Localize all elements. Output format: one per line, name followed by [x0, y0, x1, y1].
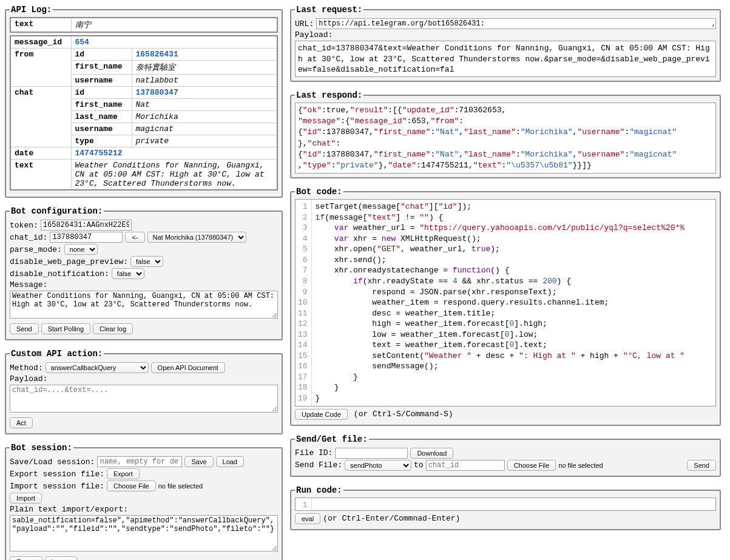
- import-session-button[interactable]: Import: [10, 493, 42, 504]
- run-code-panel: Run code: 1 eval (or Ctrl-Enter/Commnad-…: [290, 485, 721, 530]
- send-file-button[interactable]: Send: [687, 460, 716, 471]
- bot-code-editor[interactable]: 1 2 3 4 5 6 7 8 9 10 11 12 13 14 15 16 1…: [295, 199, 716, 406]
- send-button[interactable]: Send: [10, 323, 39, 334]
- act-button[interactable]: Act: [10, 417, 33, 428]
- eval-hint: (or Ctrl-Enter/Commnad-Enter): [323, 514, 460, 523]
- export-plain-button[interactable]: Export: [10, 556, 42, 560]
- disable-notification-select[interactable]: false: [112, 268, 144, 279]
- chat-select[interactable]: Nat Morichika (137880347): [147, 232, 246, 243]
- save-session-button[interactable]: Save: [184, 456, 213, 467]
- msg-from-key: from: [10, 49, 71, 87]
- req-text-key: text: [10, 18, 71, 32]
- msg-text-val: Weather Conditions for Nanning, Guangxi,…: [71, 160, 277, 191]
- api-payload-textarea[interactable]: [10, 385, 278, 413]
- disable-web-page-preview-select[interactable]: false: [130, 256, 163, 267]
- run-code-editor[interactable]: 1: [295, 498, 716, 511]
- import-plain-button[interactable]: Import: [45, 556, 77, 560]
- api-log-message-table: message_id 654 from id 165826431 first_n…: [10, 35, 278, 191]
- bot-config-title: Bot configuration:: [10, 206, 104, 216]
- last-respond-body[interactable]: {"ok":true,"result":[{"update_id":710362…: [295, 103, 716, 174]
- last-request-url-input[interactable]: [316, 18, 716, 29]
- api-log-title: API Log:: [10, 5, 53, 15]
- api-log-request-table: text 南宁: [10, 17, 278, 33]
- update-code-button[interactable]: Update Code: [295, 409, 348, 420]
- file-id-input[interactable]: [335, 448, 408, 459]
- last-request-panel: Last request: URL: Payload: chat_id=1378…: [290, 5, 721, 82]
- message-textarea[interactable]: Weather Conditions for Nanning, Guangxi,…: [10, 291, 278, 319]
- send-get-file-panel: Send/Get file: File ID: Download Send Fi…: [290, 434, 721, 477]
- export-session-file-button[interactable]: Export: [107, 468, 140, 479]
- choose-session-file-button[interactable]: Choose File: [107, 481, 156, 491]
- clear-log-button[interactable]: Clear log: [93, 323, 133, 334]
- api-method-select[interactable]: answerCallbackQuery: [46, 362, 149, 373]
- no-file-label: no file selected: [158, 482, 203, 490]
- start-polling-button[interactable]: Start Polling: [41, 323, 90, 334]
- last-request-payload[interactable]: chat_id=137880347&text=Weather Condition…: [295, 41, 716, 77]
- token-input[interactable]: [41, 220, 132, 231]
- bot-config-panel: Bot configuration: token: chat_id: <- Na…: [5, 206, 283, 340]
- parse-mode-select[interactable]: none: [64, 244, 98, 255]
- choose-send-file-button[interactable]: Choose File: [507, 460, 556, 471]
- eval-button[interactable]: eval: [295, 513, 320, 524]
- session-plain-textarea[interactable]: sable_notification=false","apimethod":"a…: [10, 515, 278, 552]
- open-api-doc-button[interactable]: Open API Document: [151, 362, 225, 373]
- session-name-input[interactable]: [97, 456, 182, 467]
- custom-api-panel: Custom API action: Method: answerCallbac…: [5, 349, 283, 434]
- chat-id-input[interactable]: [50, 232, 123, 243]
- msg-chat-key: chat: [10, 87, 71, 147]
- msg-id-key: message_id: [10, 36, 71, 49]
- update-code-hint: (or Ctrl-S/Command-S): [354, 410, 453, 419]
- req-text-val: 南宁: [71, 18, 277, 32]
- last-respond-panel: Last respond: {"ok":true,"result":[{"upd…: [290, 90, 721, 178]
- api-log-panel: API Log: text 南宁 message_id 654 from id …: [5, 5, 283, 198]
- copy-chatid-button[interactable]: <-: [125, 232, 144, 243]
- code-body[interactable]: setTarget(message["chat"]["id"]); if(mes…: [312, 200, 715, 405]
- code-gutter: 1 2 3 4 5 6 7 8 9 10 11 12 13 14 15 16 1…: [296, 200, 312, 405]
- send-type-select[interactable]: sendPhoto: [345, 460, 411, 471]
- bot-code-panel: Bot code: 1 2 3 4 5 6 7 8 9 10 11 12 13 …: [290, 187, 721, 425]
- msg-id-val: 654: [71, 36, 277, 49]
- download-button[interactable]: Download: [410, 448, 453, 459]
- bot-session-panel: Bot session: Save/Load session: Save Loa…: [5, 443, 283, 560]
- load-session-button[interactable]: Load: [216, 456, 244, 467]
- send-to-input[interactable]: [426, 460, 505, 471]
